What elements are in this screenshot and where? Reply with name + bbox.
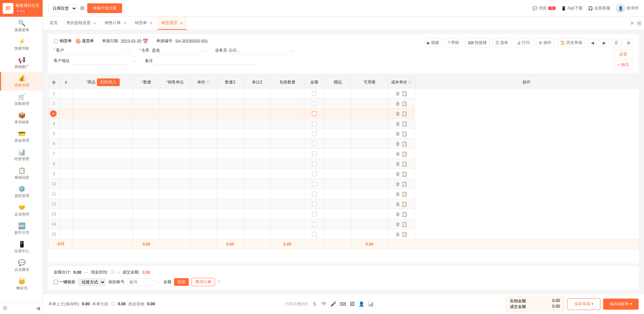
tab-menu-btn[interactable]: ⊞ — [637, 20, 641, 26]
delete-row-2-btn[interactable]: 🗑 — [395, 101, 400, 106]
delete-row-11[interactable]: 🗑 — [395, 191, 400, 197]
gift-checkbox-13[interactable] — [312, 212, 317, 216]
tab-home[interactable]: 首页 — [46, 17, 62, 30]
gift-checkbox-14[interactable] — [312, 222, 317, 227]
tab-sales-order-close[interactable]: × — [123, 20, 126, 26]
tab-sales-delivery[interactable]: 销货单 × — [131, 17, 156, 30]
gift-checkbox-15[interactable] — [312, 232, 317, 237]
sidebar-item-search[interactable]: 🔍 搜索菜单 — [0, 17, 43, 35]
delete-row-8[interactable]: 🗑 — [395, 161, 400, 167]
gift-checkbox-3[interactable] — [312, 111, 317, 116]
scan-input-btn[interactable]: 扫码录入 — [97, 78, 120, 86]
copy-row-1-btn[interactable]: 📋 — [401, 91, 407, 96]
add-row-btn[interactable]: + — [50, 110, 57, 117]
product-input-1[interactable] — [74, 91, 131, 96]
select-btn[interactable]: ☰ 选单 — [492, 38, 511, 47]
delete-row-14[interactable]: 🗑 — [395, 222, 400, 227]
topbar-gear-btn[interactable]: ⚙ — [80, 5, 85, 11]
cash-discount-info[interactable]: ⓘ — [111, 269, 115, 275]
customer-input[interactable] — [65, 47, 126, 54]
add-payment-btn[interactable]: 添加 — [174, 278, 189, 286]
sidebar-item-shortcut[interactable]: ⚡ 快捷导航 — [0, 35, 43, 54]
one-click-checkbox[interactable] — [54, 280, 58, 284]
copy-row-6[interactable]: 📋 — [401, 141, 407, 146]
copy-row-8[interactable]: 📋 — [401, 161, 407, 167]
one-click-payment-checkbox[interactable]: 一键收款 — [54, 279, 75, 285]
app-download-btn[interactable]: 📱 App下载 — [561, 5, 583, 11]
sidebar-item-app[interactable]: 📱 应用中心 — [0, 238, 43, 256]
tab-sales-return-close[interactable]: × — [180, 20, 183, 26]
fee-help-icon[interactable]: ? — [218, 280, 220, 285]
sidebar-item-operation[interactable]: 📊 经营管理 — [0, 146, 43, 164]
sidebar-item-inventory[interactable]: 📦 库存核算 — [0, 109, 43, 127]
user-profile-btn[interactable]: 👤 徐泽华 — [616, 4, 639, 13]
sidebar-item-basic[interactable]: 📋 基础信息 — [0, 164, 43, 183]
video-btn[interactable]: ▶ 视频 — [424, 38, 442, 47]
radio-sales[interactable]: 销货单 — [54, 38, 72, 44]
tab-close-all-btn[interactable]: ✕ — [630, 20, 634, 26]
delete-row-1-btn[interactable]: 🗑 — [395, 91, 400, 96]
sidebar-item-finance[interactable]: 💳 资金管理 — [0, 127, 43, 146]
radio-return[interactable]: 退货单 — [76, 38, 94, 44]
delete-row-15[interactable]: 🗑 — [395, 232, 400, 237]
grid-view-btn[interactable]: ⊞ — [624, 39, 633, 47]
delete-row-13[interactable]: 🗑 — [395, 211, 400, 217]
address-input[interactable] — [71, 57, 131, 65]
copy-row-3-btn[interactable]: 📋 — [401, 111, 407, 116]
delete-row-5[interactable]: 🗑 — [395, 131, 400, 136]
gift-checkbox-4[interactable] — [312, 121, 317, 126]
copy-row-2-btn[interactable]: 📋 — [401, 101, 407, 106]
list-view-btn[interactable]: ☰ — [611, 39, 621, 47]
gift-checkbox-10[interactable] — [312, 182, 317, 186]
sidebar-item-wechat[interactable]: 💬 企业微信 — [0, 256, 43, 275]
tab-price-setting-close[interactable]: × — [93, 20, 96, 26]
copy-row-11[interactable]: 📋 — [401, 191, 407, 197]
sidebar-settings-btn[interactable]: ⚙ — [3, 305, 7, 311]
tab-sales-order[interactable]: 销售订单 × — [101, 17, 130, 30]
tab-price-setting[interactable]: 售价提取设置 × — [62, 17, 100, 30]
sidebar-item-guide[interactable]: 🆕 新手引导 — [0, 219, 43, 238]
nav-next-btn[interactable]: ▶ — [600, 39, 609, 47]
warehouse-select-btn[interactable]: ··· — [203, 48, 207, 53]
delete-row-3-btn[interactable]: 🗑 — [395, 111, 400, 116]
print-btn[interactable]: 🖨 打印 — [514, 38, 533, 47]
copy-row-5[interactable]: 📋 — [401, 131, 407, 136]
online-service-btn[interactable]: 🎧 在线客服 — [588, 5, 610, 11]
calendar-icon[interactable]: 📅 — [143, 39, 148, 44]
col-settings-header[interactable]: ⚙ — [49, 76, 59, 88]
single-owe-info[interactable]: ⓘ — [111, 301, 115, 307]
settlement-method-select[interactable]: 结算方式 — [78, 278, 106, 286]
nav-prev-btn[interactable]: ◀ — [588, 39, 597, 47]
account-select-btn[interactable]: ··· — [157, 279, 161, 285]
delete-row-9[interactable]: 🗑 — [395, 171, 400, 177]
delete-row-4[interactable]: 🗑 — [395, 121, 400, 126]
sidebar-collapse-btn[interactable]: ◀ — [36, 305, 40, 311]
gift-checkbox-5[interactable] — [312, 131, 317, 136]
gift-checkbox-1[interactable] — [312, 91, 317, 96]
product-input-3[interactable] — [74, 111, 131, 116]
copy-row-15[interactable]: 📋 — [401, 232, 407, 237]
settings-side-btn[interactable]: 设置 — [613, 50, 633, 59]
customer-select-btn[interactable]: ··· — [127, 48, 131, 53]
gift-checkbox-2[interactable] — [312, 101, 317, 106]
tab-sales-delivery-close[interactable]: × — [150, 20, 152, 26]
copy-row-4[interactable]: 📋 — [401, 121, 407, 126]
history-btn[interactable]: 📜 历史单据 — [557, 38, 585, 47]
copy-row-14[interactable]: 📋 — [401, 222, 407, 227]
experience-plan-btn[interactable]: 体验行业方案 — [87, 3, 122, 13]
shortcut-btn[interactable]: ⌨ 快捷键 — [465, 38, 490, 47]
operation-btn[interactable]: ⚙ 操作 — [536, 38, 554, 47]
delete-row-10[interactable]: 🗑 — [395, 181, 400, 187]
sidebar-item-system[interactable]: ⚙️ 系统管理 — [0, 183, 43, 201]
remark-input[interactable] — [154, 57, 255, 65]
sidebar-item-purchase[interactable]: 🛒 采购管理 — [0, 90, 43, 109]
save-draft-btn[interactable]: 保存草稿 ▾ — [567, 298, 601, 310]
help-btn[interactable]: ? 帮助 — [445, 38, 462, 47]
copy-row-9[interactable]: 📋 — [401, 171, 407, 177]
save-new-btn[interactable]: 保存&新增 ▾ — [603, 299, 639, 310]
gift-checkbox-9[interactable] — [312, 172, 317, 176]
sidebar-item-enterprise[interactable]: 🤝 企业协同 — [0, 201, 43, 219]
tab-sales-return[interactable]: 销货退货 × — [157, 17, 187, 30]
delete-row-6[interactable]: 🗑 — [395, 141, 400, 146]
gift-checkbox-11[interactable] — [312, 192, 317, 196]
